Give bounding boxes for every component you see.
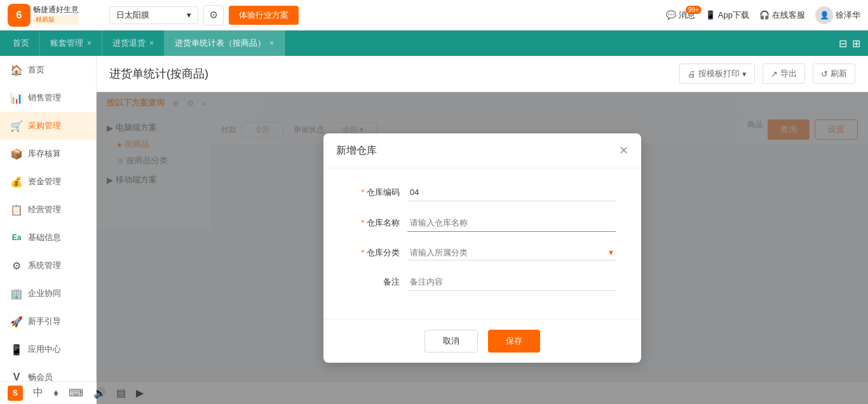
warehouse-category-label: 仓库分类 (349, 247, 400, 259)
category-dropdown-icon: ▾ (609, 247, 613, 257)
warehouse-name-input[interactable] (407, 214, 616, 232)
sidebar-item-sales-label: 销售管理 (28, 92, 61, 104)
tab-purchase-return-close[interactable]: × (149, 39, 154, 48)
tab-account-close[interactable]: × (87, 39, 92, 48)
sidebar-item-guide[interactable]: 🚀 新手引导 (0, 307, 96, 335)
remark-row: 备注 (349, 273, 616, 291)
sidebar-item-apps-label: 应用中心 (28, 344, 61, 355)
tab-purchase-return-label: 进货退货 (112, 37, 146, 49)
tab-minimize-icon[interactable]: ⊟ (839, 37, 847, 50)
user-menu[interactable]: 👤 徐泽华 (815, 6, 860, 24)
store-selector[interactable]: 日太阳膜 ▾ (109, 6, 198, 24)
tab-purchase-stats-close[interactable]: × (269, 39, 274, 48)
operations-icon: 📋 (10, 203, 23, 216)
messages-badge: 99+ (686, 6, 702, 14)
finance-icon: 💰 (10, 175, 23, 188)
sidebar-item-finance[interactable]: 💰 资金管理 (0, 168, 96, 196)
save-button[interactable]: 保存 (488, 330, 540, 353)
purchase-icon: 🛒 (10, 119, 23, 132)
trial-button[interactable]: 体验行业方案 (229, 6, 299, 25)
export-icon: ↗ (771, 69, 778, 79)
print-label: 按模板打印 (698, 68, 740, 79)
sidebar-item-inventory[interactable]: 📦 库存核算 (0, 140, 96, 168)
warehouse-name-row: 仓库名称 (349, 214, 616, 232)
cancel-button[interactable]: 取消 (424, 330, 478, 353)
warehouse-name-label: 仓库名称 (349, 217, 400, 229)
export-button[interactable]: ↗ 导出 (763, 64, 805, 84)
sidebar-item-system-label: 系统管理 (28, 260, 61, 271)
modal-footer: 取消 保存 (323, 319, 641, 363)
sidebar-item-basics[interactable]: Ea 基础信息 (0, 224, 96, 252)
page-title: 进货单统计(按商品) (109, 66, 208, 81)
refresh-button[interactable]: ↺ 刷新 (813, 64, 855, 84)
sidebar: 🏠 首页 📊 销售管理 🛒 采购管理 📦 库存核算 💰 资金管理 📋 经营管理 … (0, 56, 97, 404)
inventory-icon: 📦 (10, 147, 23, 160)
enterprise-icon: 🏢 (10, 287, 23, 300)
sidebar-item-purchase[interactable]: 🛒 采购管理 (0, 112, 96, 140)
content-area: 进货单统计(按商品) 🖨 按模板打印 ▾ ↗ 导出 ↺ 刷新 (97, 56, 868, 404)
tab-home[interactable]: 首页 (3, 30, 40, 56)
sidebar-item-basics-label: 基础信息 (28, 232, 61, 243)
print-arrow-icon: ▾ (742, 69, 747, 79)
keyboard-icon[interactable]: ⌨ (69, 387, 83, 399)
home-icon: 🏠 (10, 64, 23, 76)
warehouse-code-input[interactable] (407, 184, 616, 201)
warehouse-category-row: 仓库分类 ▾ (349, 245, 616, 260)
tab-purchase-return[interactable]: 进货退货 × (102, 30, 165, 56)
tab-purchase-stats[interactable]: 进货单统计表（按商品） × (165, 30, 285, 56)
avatar: 👤 (815, 6, 833, 24)
warehouse-code-row: 仓库编码 (349, 184, 616, 201)
sidebar-item-home[interactable]: 🏠 首页 (0, 56, 96, 84)
export-label: 导出 (780, 68, 797, 79)
messages-button[interactable]: 💬 消息 99+ (666, 10, 695, 21)
apps-icon: 📱 (10, 343, 23, 356)
diamond-icon[interactable]: ♦ (53, 387, 58, 399)
system-icon: ⚙ (10, 259, 23, 272)
sidebar-item-inventory-label: 库存核算 (28, 148, 61, 159)
store-arrow-icon: ▾ (187, 10, 191, 20)
sidebar-item-operations-label: 经营管理 (28, 204, 61, 215)
modal-overlay: 新增仓库 ✕ 仓库编码 仓库名称 (97, 92, 868, 404)
tab-expand-icon[interactable]: ⊞ (852, 37, 860, 50)
app-download-label: App下载 (718, 10, 749, 21)
tab-purchase-stats-label: 进货单统计表（按商品） (175, 37, 266, 49)
message-icon: 💬 (666, 10, 676, 20)
chinese-input-icon[interactable]: 中 (33, 386, 43, 400)
sidebar-item-sales[interactable]: 📊 销售管理 (0, 84, 96, 112)
new-warehouse-modal: 新增仓库 ✕ 仓库编码 仓库名称 (323, 133, 641, 363)
page-header: 进货单统计(按商品) 🖨 按模板打印 ▾ ↗ 导出 ↺ 刷新 (97, 56, 868, 92)
warehouse-category-input[interactable] (410, 248, 609, 257)
sidebar-item-purchase-label: 采购管理 (28, 120, 61, 131)
sidebar-item-guide-label: 新手引导 (28, 316, 61, 327)
sidebar-item-enterprise[interactable]: 🏢 企业协同 (0, 279, 96, 307)
app-name: 畅捷通好生意 (33, 5, 79, 15)
s-logo: S (8, 386, 23, 401)
sidebar-item-operations[interactable]: 📋 经营管理 (0, 196, 96, 224)
tab-bar: 首页 账套管理 × 进货退货 × 进货单统计表（按商品） × ⊟ ⊞ (0, 30, 868, 56)
tab-account-label: 账套管理 (50, 37, 83, 49)
app-download-button[interactable]: 📱 App下载 (705, 10, 749, 21)
tab-actions: ⊟ ⊞ (834, 30, 865, 56)
print-button[interactable]: 🖨 按模板打印 ▾ (679, 64, 755, 84)
modal-close-button[interactable]: ✕ (619, 144, 628, 158)
warehouse-category-select[interactable]: ▾ (407, 245, 616, 260)
phone-icon: 📱 (705, 10, 715, 20)
online-service-label: 在线客服 (772, 10, 805, 21)
header-right: 💬 消息 99+ 📱 App下载 🎧 在线客服 👤 徐泽华 (666, 6, 860, 24)
remark-input[interactable] (407, 273, 616, 291)
sidebar-item-system[interactable]: ⚙ 系统管理 (0, 252, 96, 279)
remark-label: 备注 (349, 276, 400, 288)
online-service-button[interactable]: 🎧 在线客服 (759, 10, 805, 21)
refresh-icon: ↺ (821, 69, 828, 79)
sidebar-item-apps[interactable]: 📱 应用中心 (0, 335, 96, 363)
settings-button[interactable]: ⚙ (203, 5, 224, 25)
username: 徐泽华 (836, 10, 860, 21)
guide-icon: 🚀 (10, 315, 23, 328)
page-actions: 🖨 按模板打印 ▾ ↗ 导出 ↺ 刷新 (679, 64, 855, 84)
modal-title: 新增仓库 (336, 144, 377, 158)
basics-icon: Ea (10, 231, 23, 244)
logo-icon: 6 (8, 4, 31, 27)
tab-account[interactable]: 账套管理 × (40, 30, 102, 56)
sales-icon: 📊 (10, 91, 23, 104)
app-badge: 精易版 (33, 15, 79, 25)
